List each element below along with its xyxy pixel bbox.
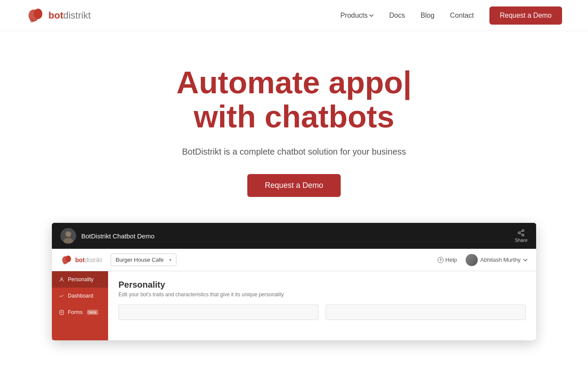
logo-text: botdistrikt bbox=[48, 10, 91, 21]
svg-line-11 bbox=[520, 231, 522, 232]
hero-title: Automate appo| with chatbots bbox=[26, 66, 562, 134]
chevron-down-icon bbox=[369, 14, 374, 17]
hero-subtitle: BotDistrikt is a complete chatbot soluti… bbox=[26, 147, 562, 157]
share-icon bbox=[517, 229, 525, 237]
svg-point-9 bbox=[522, 234, 524, 236]
app-help-button[interactable]: ? Help bbox=[438, 257, 457, 263]
nav-request-demo-button[interactable]: Request a Demo bbox=[489, 6, 562, 25]
form-icon bbox=[59, 310, 64, 315]
app-content: Personality Edit your bot's traits and c… bbox=[108, 271, 536, 340]
video-avatar bbox=[61, 228, 76, 244]
svg-point-1 bbox=[34, 9, 42, 19]
avatar-image bbox=[61, 228, 76, 244]
app-nav-right: ? Help Abhilash Murthy bbox=[438, 254, 527, 266]
svg-point-13 bbox=[65, 256, 71, 262]
app-bot-dropdown[interactable]: Burger House Cafe bbox=[111, 254, 176, 266]
app-mockup: botdistrikt Burger House Cafe ? Help Abh… bbox=[52, 249, 536, 340]
sidebar-item-forms[interactable]: Forms beta bbox=[52, 304, 108, 320]
logo: botdistrikt bbox=[26, 6, 91, 25]
content-title: Personality bbox=[118, 280, 526, 290]
svg-point-8 bbox=[518, 232, 521, 234]
form-input-2[interactable] bbox=[326, 304, 526, 320]
video-section: BotDistrikt Chatbot Demo Share bbox=[0, 223, 588, 358]
video-title-text: BotDistrikt Chatbot Demo bbox=[81, 232, 154, 240]
beta-badge: beta bbox=[87, 310, 98, 315]
video-container: BotDistrikt Chatbot Demo Share bbox=[52, 223, 536, 340]
svg-point-15 bbox=[61, 278, 62, 279]
app-layout: Personality Dashboard bbox=[52, 271, 536, 340]
hero-section: Automate appo| with chatbots BotDistrikt… bbox=[0, 31, 588, 223]
nav-blog[interactable]: Blog bbox=[421, 12, 435, 19]
app-navbar: botdistrikt Burger House Cafe ? Help Abh… bbox=[52, 249, 536, 271]
navbar: botdistrikt Products Docs Blog Contact R… bbox=[0, 0, 588, 31]
app-sidebar: Personality Dashboard bbox=[52, 271, 108, 340]
help-circle-icon: ? bbox=[438, 257, 444, 263]
video-topbar: BotDistrikt Chatbot Demo Share bbox=[52, 223, 536, 249]
app-logo-text: botdistrikt bbox=[75, 257, 102, 263]
app-logo-icon bbox=[61, 254, 73, 266]
person-icon bbox=[59, 277, 64, 282]
nav-contact[interactable]: Contact bbox=[450, 12, 474, 19]
video-share-button[interactable]: Share bbox=[515, 229, 527, 243]
app-logo-area: botdistrikt bbox=[61, 254, 102, 266]
share-label: Share bbox=[515, 238, 527, 243]
chart-icon bbox=[59, 293, 64, 299]
avatar bbox=[466, 254, 478, 266]
svg-point-7 bbox=[522, 230, 524, 232]
video-title-area: BotDistrikt Chatbot Demo bbox=[61, 228, 154, 244]
nav-products[interactable]: Products bbox=[340, 12, 374, 19]
svg-point-6 bbox=[66, 232, 71, 237]
nav-docs[interactable]: Docs bbox=[389, 12, 405, 19]
form-row bbox=[118, 304, 526, 320]
svg-rect-16 bbox=[60, 311, 64, 315]
sidebar-item-dashboard[interactable]: Dashboard bbox=[52, 288, 108, 304]
app-user-menu[interactable]: Abhilash Murthy bbox=[466, 254, 527, 266]
svg-point-14 bbox=[63, 262, 65, 264]
svg-line-10 bbox=[520, 234, 522, 235]
content-subtitle: Edit your bot's traits and characteristi… bbox=[118, 292, 526, 298]
logo-icon bbox=[26, 6, 45, 25]
form-input-1[interactable] bbox=[118, 304, 319, 320]
svg-point-2 bbox=[30, 19, 34, 22]
user-chevron-icon bbox=[523, 259, 527, 261]
nav-links: Products Docs Blog Contact Request a Dem… bbox=[340, 6, 562, 25]
hero-request-demo-button[interactable]: Request a Demo bbox=[247, 174, 340, 197]
sidebar-item-personality[interactable]: Personality bbox=[52, 271, 108, 288]
